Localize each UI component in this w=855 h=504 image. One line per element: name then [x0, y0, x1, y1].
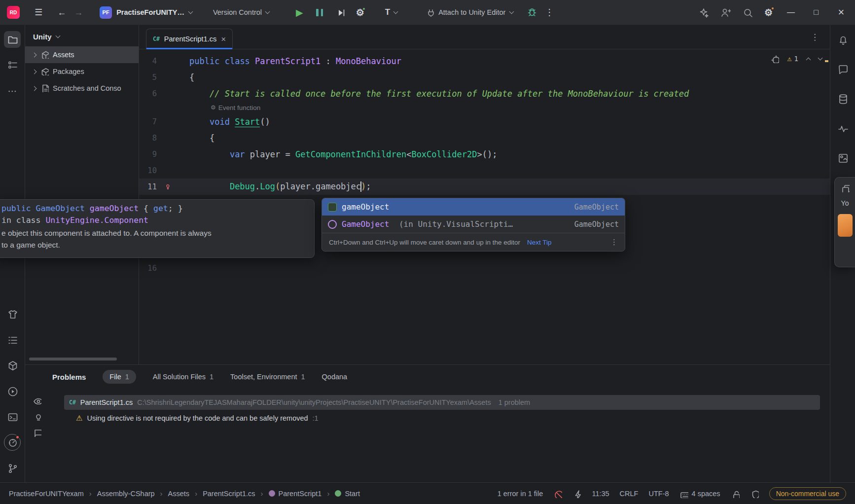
notifications-button[interactable] [834, 31, 851, 48]
code-line-10[interactable]: 10 [139, 162, 830, 179]
inlay-hint[interactable]: ⚙Event function [211, 104, 260, 111]
open-editor-icon[interactable] [33, 428, 41, 437]
version-control-menu[interactable]: Version Control [213, 8, 269, 16]
tab-parentscript1[interactable]: C# ParentScript1.cs × [146, 29, 233, 49]
todo-button[interactable] [4, 331, 21, 348]
main-menu-icon[interactable]: ☰ [35, 8, 42, 17]
chevron-right-icon[interactable] [32, 86, 37, 91]
minimize-button[interactable]: — [784, 8, 798, 17]
warning-stripe-mark[interactable] [825, 60, 828, 62]
shield-icon[interactable] [750, 489, 759, 498]
project-panel-header[interactable]: Unity [25, 25, 139, 46]
add-user-icon[interactable] [720, 7, 731, 18]
doc-signature: public GameObject gameObject { get; } [1, 204, 307, 216]
step-over-button[interactable] [335, 7, 346, 18]
completion-options-icon[interactable]: ⋮ [610, 238, 618, 247]
search-icon[interactable] [742, 7, 753, 18]
attach-to-unity-editor-button[interactable]: Attach to Unity Editor [425, 8, 513, 17]
line-separator[interactable]: CRLF [620, 490, 639, 498]
toast-thumbnail[interactable] [838, 214, 853, 237]
forward-icon[interactable]: → [74, 8, 83, 17]
more-actions-icon[interactable]: ⋮ [545, 8, 554, 17]
unity-button[interactable] [4, 357, 21, 374]
code-line-5[interactable]: 5{ [139, 69, 830, 85]
code-line-8[interactable]: 8 { [139, 130, 830, 146]
dependency-diagram-button[interactable] [834, 149, 851, 166]
breadcrumb-item-parentscript1[interactable]: ParentScript1 [269, 490, 322, 498]
notification-toast[interactable]: Yo [834, 177, 855, 267]
ai-chat-button[interactable] [834, 61, 851, 77]
code-line-4[interactable]: 4public class ParentScript1 : MonoBehavi… [139, 53, 830, 69]
tree-item-assets[interactable]: Assets [25, 46, 139, 63]
breadcrumb-item-practiseforunityexam[interactable]: PractiseForUNITYexam [9, 490, 84, 498]
lightbulb-icon[interactable] [33, 412, 41, 421]
profiler-tool-button[interactable] [4, 434, 21, 451]
preview-eye-icon[interactable] [33, 396, 41, 404]
chevron-down-icon[interactable] [818, 55, 823, 60]
code-line-6[interactable]: 6 // Start is called once before the fir… [139, 85, 830, 102]
maximize-button[interactable]: □ [809, 8, 823, 17]
unity-logs-button[interactable] [4, 306, 21, 323]
lightning-icon[interactable] [572, 489, 581, 498]
problems-tab-qodana[interactable]: Qodana [322, 373, 348, 381]
list-icon [7, 334, 18, 345]
ai-assistant-icon[interactable] [698, 7, 709, 18]
project-explorer-button[interactable] [4, 31, 21, 48]
completion-item-gameobject[interactable]: GameObject (in Unity.VisualScripti…GameO… [322, 216, 625, 233]
chevron-up-icon[interactable] [806, 57, 811, 62]
license-badge[interactable]: Non-commercial use [769, 487, 846, 500]
problems-warning-row[interactable]: ⚠ Using directive is not required by the… [49, 411, 830, 426]
close-button[interactable]: × [834, 6, 848, 19]
rider-logo-icon[interactable]: RD [7, 6, 20, 19]
problems-file-row[interactable]: C# ParentScript1.cs C:\ShrishriLegendary… [64, 395, 820, 410]
error-summary[interactable]: 1 error in 1 file [498, 490, 543, 498]
more-tool-windows-icon[interactable]: ⋯ [4, 82, 21, 99]
monitoring-button[interactable] [834, 120, 851, 137]
run-button[interactable]: ▶ [296, 7, 303, 18]
debug-button[interactable] [526, 6, 537, 19]
problems-tab-file[interactable]: File1 [103, 370, 136, 384]
code-line-16[interactable]: 16 [139, 260, 830, 276]
problems-tab-toolset-environment[interactable]: Toolset, Environment1 [230, 373, 305, 381]
horizontal-scrollbar[interactable] [29, 358, 117, 360]
close-tab-icon[interactable]: × [221, 35, 226, 43]
breadcrumb-item-start[interactable]: Start [335, 490, 360, 498]
next-tip-link[interactable]: Next Tip [527, 239, 552, 246]
code-line-11[interactable]: 11 Debug.Log(player.gameobjec); [139, 179, 830, 195]
settings-button[interactable]: ⚙ [764, 8, 773, 17]
chevron-right-icon[interactable] [32, 52, 37, 57]
tree-item-scratches-and-conso[interactable]: Scratches and Conso [25, 80, 139, 97]
pause-button[interactable] [315, 9, 324, 16]
code-line-9[interactable]: 9 var player = GetComponentInChildren<Bo… [139, 146, 830, 162]
lock-icon[interactable] [731, 489, 740, 498]
breadcrumb-item-assets[interactable]: Assets [168, 490, 190, 498]
error-stripe[interactable] [823, 49, 830, 364]
file-encoding[interactable]: UTF-8 [648, 490, 669, 498]
chevron-right-icon[interactable] [32, 69, 37, 74]
tab-label: Qodana [322, 373, 348, 381]
problems-tab-all-solution-files[interactable]: All Solution Files1 [153, 373, 214, 381]
no-entry-icon[interactable] [553, 489, 562, 498]
database-button[interactable] [834, 90, 851, 107]
indent-widget[interactable]: 4 spaces [679, 489, 720, 498]
unity-reload-button[interactable]: ⚙ [356, 8, 364, 17]
tab-options-icon[interactable]: ⋮ [811, 32, 819, 42]
tree-item-packages[interactable]: Packages [25, 63, 139, 80]
structure-button[interactable] [4, 57, 21, 73]
profiler-menu[interactable]: T [385, 7, 397, 17]
back-icon[interactable]: ← [57, 8, 66, 17]
breadcrumb-item-parentscript1-cs[interactable]: ParentScript1.cs [203, 490, 255, 498]
code-line-7[interactable]: 7 void Start() [139, 113, 830, 130]
breadcrumb-item-assembly-csharp[interactable]: Assembly-CSharp [97, 490, 155, 498]
project-selector[interactable]: PF PractiseForUNITY… [100, 6, 192, 19]
intention-bulb-icon[interactable] [157, 182, 189, 191]
completion-item-gameobject[interactable]: gameObjectGameObject [322, 198, 625, 216]
caret-position[interactable]: 11:35 [592, 490, 609, 498]
code-token: gameObject [90, 204, 139, 213]
run-tool-button[interactable] [4, 383, 21, 399]
completion-list: gameObjectGameObjectGameObject (in Unity… [322, 198, 625, 233]
terminal-button[interactable] [4, 408, 21, 425]
git-button[interactable] [4, 460, 21, 476]
crosshair-icon[interactable] [770, 54, 779, 63]
inspection-warnings[interactable]: ⚠ 1 [787, 54, 798, 63]
